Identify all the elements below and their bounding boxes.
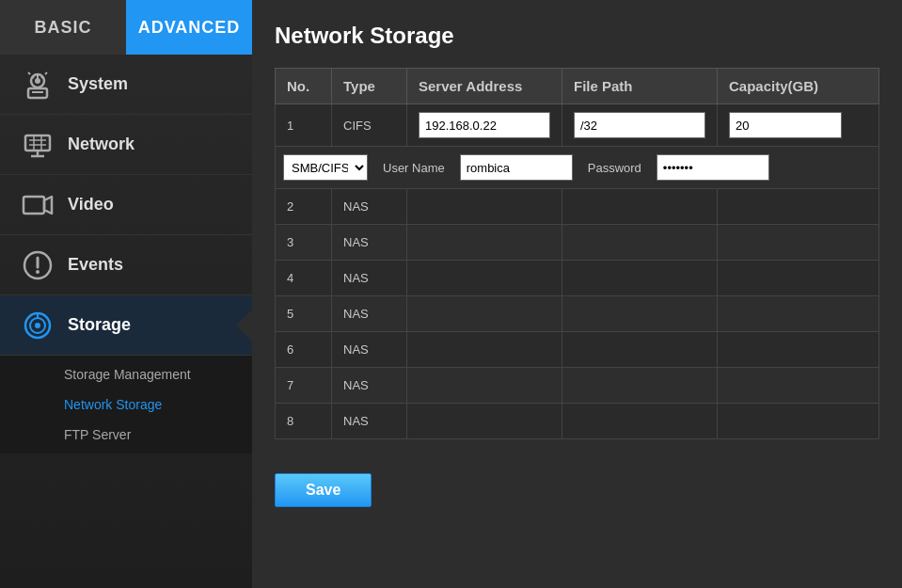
col-server-address: Server Address — [407, 69, 562, 104]
table-row-5: 5 NAS — [276, 296, 879, 332]
cell-3-no: 3 — [276, 225, 332, 261]
cell-3-type: NAS — [332, 225, 407, 261]
type-select[interactable]: SMB/CIFS NFS — [283, 154, 368, 181]
cell-7-type: NAS — [332, 368, 407, 404]
sidebar-item-storage-management[interactable]: Storage Management — [0, 359, 252, 389]
cell-5-capacity — [718, 296, 879, 332]
cell-5-server — [407, 296, 562, 332]
cell-6-filepath — [562, 332, 718, 368]
cell-8-server — [407, 404, 562, 439]
cell-2-server — [407, 189, 562, 225]
password-input[interactable] — [657, 154, 769, 181]
cell-1-capacity — [718, 104, 879, 147]
save-button[interactable]: Save — [275, 473, 372, 507]
cell-8-filepath — [562, 404, 718, 439]
cell-4-no: 4 — [276, 261, 332, 296]
tab-advanced[interactable]: ADVANCED — [126, 0, 252, 55]
cell-7-server — [407, 368, 562, 404]
table-row-3: 3 NAS — [276, 225, 879, 261]
svg-point-20 — [35, 323, 40, 328]
username-input[interactable] — [460, 154, 573, 181]
sidebar-label-video: Video — [68, 195, 114, 215]
cell-3-capacity — [718, 225, 879, 261]
cell-1-server — [407, 104, 562, 147]
col-capacity: Capacity(GB) — [718, 69, 879, 104]
capacity-input[interactable] — [729, 112, 842, 138]
cell-7-no: 7 — [276, 368, 332, 404]
svg-line-4 — [28, 72, 30, 74]
cell-2-capacity — [718, 189, 879, 225]
cell-1-no: 1 — [276, 104, 332, 147]
events-icon — [15, 243, 60, 288]
table-row-4: 4 NAS — [276, 261, 879, 296]
col-no: No. — [276, 69, 332, 104]
page-title: Network Storage — [275, 23, 879, 49]
cell-4-filepath — [562, 261, 718, 296]
cell-4-server — [407, 261, 562, 296]
storage-table: No. Type Server Address File Path Capaci… — [275, 68, 879, 439]
storage-icon — [15, 303, 60, 348]
sidebar-item-video[interactable]: Video — [0, 175, 252, 235]
cell-7-filepath — [562, 368, 718, 404]
sidebar-item-network[interactable]: Network — [0, 115, 252, 175]
cell-5-no: 5 — [276, 296, 332, 332]
cell-3-server — [407, 225, 562, 261]
cell-2-type: NAS — [332, 189, 407, 225]
sidebar-item-ftp-server[interactable]: FTP Server — [0, 420, 252, 450]
inline-form-cell: SMB/CIFS NFS User Name Password — [276, 147, 879, 189]
table-header-row: No. Type Server Address File Path Capaci… — [276, 69, 879, 104]
sidebar-label-storage: Storage — [68, 315, 131, 335]
sidebar-label-network: Network — [68, 135, 135, 154]
table-row-6: 6 NAS — [276, 332, 879, 368]
svg-point-3 — [35, 78, 40, 84]
cell-6-no: 6 — [276, 332, 332, 368]
system-icon — [15, 62, 60, 107]
sidebar-item-network-storage[interactable]: Network Storage — [0, 389, 252, 420]
inline-form-row: SMB/CIFS NFS User Name Password — [276, 147, 879, 189]
cell-4-type: NAS — [332, 261, 407, 296]
table-row-2: 2 NAS — [276, 189, 879, 225]
cell-2-filepath — [562, 189, 718, 225]
svg-point-17 — [36, 270, 40, 274]
cell-5-filepath — [562, 296, 718, 332]
sidebar: BASIC ADVANCED System — [0, 0, 252, 588]
cell-6-capacity — [718, 332, 879, 368]
cell-3-filepath — [562, 225, 718, 261]
main-content: Network Storage No. Type Server Address … — [252, 0, 902, 588]
cell-7-capacity — [718, 368, 879, 404]
cell-8-no: 8 — [276, 404, 332, 439]
cell-6-type: NAS — [332, 332, 407, 368]
cell-6-server — [407, 332, 562, 368]
network-icon — [15, 122, 60, 167]
cell-8-type: NAS — [332, 404, 407, 439]
svg-rect-6 — [25, 135, 50, 151]
cell-1-type: CIFS — [332, 104, 407, 147]
username-label: User Name — [375, 161, 452, 175]
storage-sub-menu: Storage Management Network Storage FTP S… — [0, 356, 252, 453]
svg-rect-13 — [24, 197, 44, 214]
sidebar-item-events[interactable]: Events — [0, 235, 252, 295]
tab-bar: BASIC ADVANCED — [0, 0, 252, 55]
file-path-input[interactable] — [574, 112, 705, 138]
table-row-1: 1 CIFS — [276, 104, 879, 147]
table-row-8: 8 NAS — [276, 404, 879, 439]
sidebar-label-system: System — [68, 74, 128, 94]
table-row-7: 7 NAS — [276, 368, 879, 404]
col-type: Type — [332, 69, 407, 104]
cell-5-type: NAS — [332, 296, 407, 332]
cell-8-capacity — [718, 404, 879, 439]
svg-line-5 — [45, 72, 47, 74]
sidebar-label-events: Events — [68, 255, 123, 275]
server-address-input[interactable] — [419, 112, 550, 138]
col-file-path: File Path — [562, 69, 718, 104]
sidebar-item-storage[interactable]: Storage — [0, 295, 252, 356]
cell-1-filepath — [562, 104, 718, 147]
video-icon — [15, 183, 60, 228]
cell-2-no: 2 — [276, 189, 332, 225]
cell-4-capacity — [718, 261, 879, 296]
password-label: Password — [580, 161, 649, 175]
svg-marker-14 — [44, 197, 52, 214]
tab-basic[interactable]: BASIC — [0, 0, 126, 55]
sidebar-item-system[interactable]: System — [0, 55, 252, 115]
